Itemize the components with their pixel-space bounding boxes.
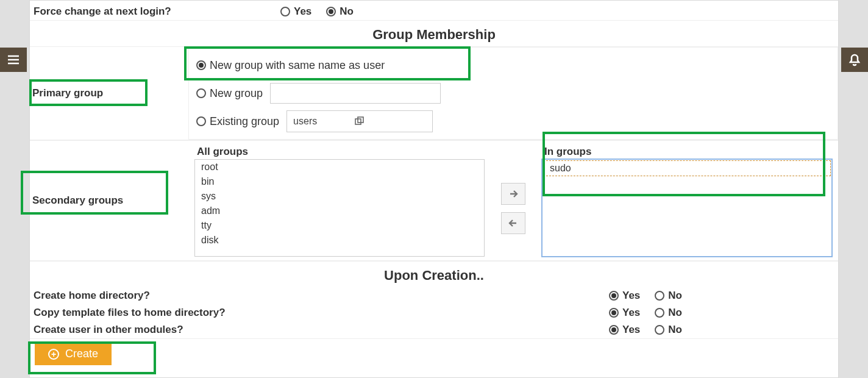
create-home-no[interactable]: No [655, 290, 682, 302]
other-modules-label: Create user in other modules? [34, 324, 358, 336]
popup-icon [354, 116, 365, 127]
list-item[interactable]: bin [195, 174, 484, 189]
all-groups-header: All groups [194, 144, 485, 159]
create-home-yes[interactable]: Yes [609, 290, 640, 302]
notifications-button[interactable] [841, 48, 868, 72]
arrow-left-icon [508, 218, 519, 229]
arrow-right-icon [508, 188, 519, 199]
other-modules-no[interactable]: No [655, 324, 682, 336]
move-left-button[interactable] [501, 212, 525, 234]
all-groups-list[interactable]: rootbinsysadmttydisk [194, 159, 485, 257]
primary-group-same-radio[interactable]: New group with same name as user [196, 59, 385, 72]
in-groups-header: In groups [542, 144, 832, 159]
bell-icon [848, 53, 861, 66]
list-item[interactable]: sudo [543, 160, 831, 176]
in-groups-list[interactable]: sudo [542, 159, 832, 257]
copy-templates-yes[interactable]: Yes [609, 307, 640, 319]
upon-creation-header: Upon Creation.. [30, 262, 838, 287]
primary-group-new-radio[interactable]: New group [196, 87, 263, 100]
primary-group-existing-select[interactable]: users [286, 110, 433, 132]
create-home-label: Create home directory? [34, 290, 358, 302]
create-button[interactable]: + Create [35, 343, 112, 365]
force-change-no[interactable]: No [326, 5, 354, 18]
primary-group-existing-radio[interactable]: Existing group [196, 115, 279, 128]
force-change-yes[interactable]: Yes [280, 5, 311, 18]
copy-templates-label: Copy template files to home directory? [34, 307, 358, 319]
list-item[interactable]: sys [195, 189, 484, 204]
other-modules-yes[interactable]: Yes [609, 324, 640, 336]
copy-templates-no[interactable]: No [655, 307, 682, 319]
plus-icon: + [48, 349, 59, 360]
move-right-button[interactable] [501, 183, 525, 205]
force-change-label: Force change at next login? [34, 5, 277, 18]
list-item[interactable]: tty [195, 218, 484, 233]
secondary-groups-label: Secondary groups [30, 141, 188, 260]
menu-button[interactable] [0, 48, 27, 72]
list-item[interactable]: disk [195, 233, 484, 248]
primary-group-new-input[interactable] [270, 83, 441, 104]
primary-group-label: Primary group [30, 47, 188, 140]
hamburger-icon [7, 53, 20, 66]
group-membership-header: Group Membership [30, 21, 838, 46]
list-item[interactable]: adm [195, 204, 484, 218]
list-item[interactable]: root [195, 160, 484, 174]
